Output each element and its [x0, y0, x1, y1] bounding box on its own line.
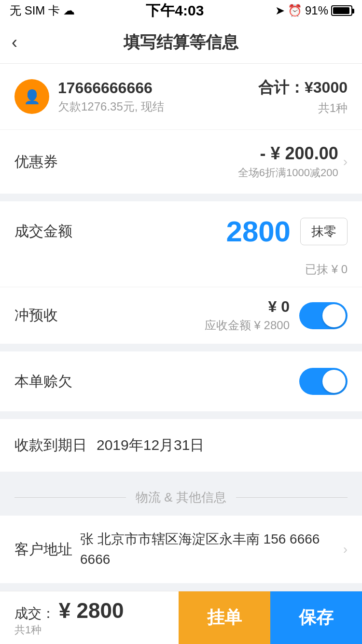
deal-right: 2800 抹零: [226, 215, 348, 248]
bottom-deal-amount: ¥ 2800: [59, 599, 124, 622]
debit-toggle-knob: [322, 370, 346, 393]
main-content: 👤 17666666666 欠款1276.35元, 现结 合计：¥3000 共1…: [0, 64, 362, 644]
status-left: 无 SIM 卡 ☁: [10, 3, 75, 18]
debit-toggle[interactable]: [299, 368, 348, 395]
bottom-info: 成交： ¥ 2800 共1种: [0, 599, 179, 637]
status-right: ➤ ⏰ 91%: [275, 4, 352, 17]
deal-sub: 已抹 ¥ 0: [0, 262, 362, 287]
charge-label: 冲预收: [14, 306, 58, 325]
chevron-right-icon: ›: [343, 154, 348, 169]
customer-debt: 欠款1276.35元, 现结: [58, 99, 164, 114]
save-button[interactable]: 保存: [270, 591, 362, 644]
logistics-separator: 物流 & 其他信息: [0, 479, 362, 516]
bottom-bar: 成交： ¥ 2800 共1种 挂单 保存: [0, 591, 362, 644]
address-value: 张 北京市市辖区海淀区永丰南 156 6666 6666: [80, 529, 335, 570]
coupon-label: 优惠券: [14, 152, 58, 172]
status-bar: 无 SIM 卡 ☁ 下午4:03 ➤ ⏰ 91%: [0, 0, 362, 21]
address-label: 客户地址: [14, 540, 72, 560]
address-row[interactable]: 客户地址 张 北京市市辖区海淀区永丰南 156 6666 6666 ›: [0, 516, 362, 583]
coupon-right: - ¥ 200.00 全场6折满1000减200 ›: [238, 143, 348, 180]
deal-section: 成交金额 2800 抹零 已抹 ¥ 0 冲预收 ¥ 0 应收金额 ¥ 2800: [0, 201, 362, 344]
round-button[interactable]: 抹零: [300, 218, 348, 245]
avatar: 👤: [14, 79, 49, 114]
bottom-count: 共1种: [14, 623, 164, 637]
total-amount: 合计：¥3000: [258, 77, 348, 98]
customer-info: 17666666666 欠款1276.35元, 现结: [58, 79, 164, 114]
avatar-icon: 👤: [24, 89, 41, 105]
deal-row: 成交金额 2800 抹零: [0, 201, 362, 262]
customer-left: 👤 17666666666 欠款1276.35元, 现结: [14, 79, 164, 114]
due-date-row: 收款到期日 2019年12月31日: [0, 419, 362, 472]
coupon-row[interactable]: 优惠券 - ¥ 200.00 全场6折满1000减200 ›: [0, 129, 362, 194]
clock-icon: ⏰: [288, 4, 302, 17]
back-button[interactable]: ‹: [12, 32, 17, 53]
due-date-value: 2019年12月31日: [97, 435, 204, 455]
debit-label: 本单赊欠: [14, 372, 72, 392]
customer-row: 👤 17666666666 欠款1276.35元, 现结 合计：¥3000 共1…: [0, 64, 362, 129]
sim-label: 无 SIM 卡 ☁: [10, 3, 75, 18]
debit-row: 本单赊欠: [0, 351, 362, 411]
customer-right: 合计：¥3000 共1种: [258, 77, 348, 116]
customer-card: 👤 17666666666 欠款1276.35元, 现结 合计：¥3000 共1…: [0, 64, 362, 194]
direction-icon: ➤: [275, 4, 285, 17]
battery-icon: [331, 5, 352, 16]
bottom-deal-label: 成交：: [14, 606, 55, 621]
customer-phone: 17666666666: [58, 79, 164, 97]
address-chevron-icon: ›: [343, 542, 348, 557]
nav-bar: ‹ 填写结算等信息: [0, 21, 362, 64]
deal-label: 成交金额: [14, 222, 72, 241]
charge-amount-area: ¥ 0 应收金额 ¥ 2800: [205, 298, 290, 333]
bottom-deal-line: 成交： ¥ 2800: [14, 599, 164, 623]
status-time: 下午4:03: [146, 1, 204, 21]
charge-amount: ¥ 0: [205, 298, 290, 316]
sep-line-left: [14, 497, 126, 498]
total-count: 共1种: [258, 100, 348, 116]
coupon-amount: - ¥ 200.00: [238, 143, 338, 164]
charge-sub: 应收金额 ¥ 2800: [205, 318, 290, 333]
charge-right: ¥ 0 应收金额 ¥ 2800: [205, 298, 348, 333]
sep-line-right: [236, 497, 348, 498]
coupon-desc: 全场6折满1000减200: [238, 166, 338, 180]
toggle-knob: [322, 304, 346, 327]
due-label: 收款到期日: [14, 435, 87, 455]
hang-button[interactable]: 挂单: [179, 591, 270, 644]
logistics-label: 物流 & 其他信息: [136, 489, 226, 506]
page-title: 填写结算等信息: [124, 31, 238, 54]
deal-amount-value: 2800: [226, 215, 291, 248]
battery-percent: 91%: [305, 4, 328, 17]
charge-row: 冲预收 ¥ 0 应收金额 ¥ 2800: [0, 287, 362, 344]
charge-toggle[interactable]: [299, 302, 348, 329]
